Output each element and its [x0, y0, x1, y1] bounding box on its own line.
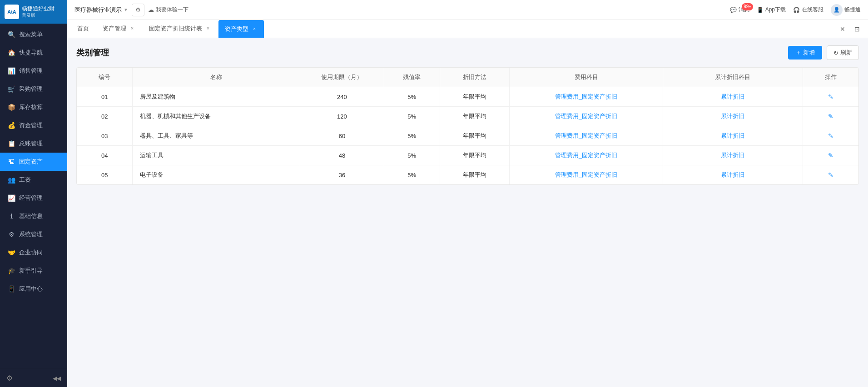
page-actions: ＋ 新增 ↻ 刷新 — [788, 45, 859, 60]
customer-service-button[interactable]: 🎧 在线客服 — [793, 6, 823, 14]
tabs-right-controls: ✕ ⊡ — [837, 20, 864, 38]
cell-accum-4: 累计折旧 — [663, 165, 803, 185]
collapse-icon[interactable]: ◀◀ — [53, 375, 61, 382]
sidebar-item-basic-info[interactable]: ℹ 基础信息 — [0, 207, 67, 225]
tab-depreciation-table-label: 固定资产折旧统计表 — [149, 25, 202, 33]
tab-maximize-button[interactable]: ⊡ — [852, 24, 863, 35]
sidebar-item-operations[interactable]: 📈 经营管理 — [0, 189, 67, 207]
cell-name-0: 房屋及建筑物 — [133, 87, 300, 107]
nav-label-capital: 资金管理 — [19, 121, 43, 129]
nav-label-enterprise: 企业协同 — [19, 248, 43, 257]
sidebar-nav: 🔍 搜索菜单 🏠 快捷导航 📊 销售管理 🛒 采购管理 📦 库存核算 💰 资金管… — [0, 24, 67, 369]
cell-method-2: 年限平均 — [440, 126, 510, 146]
sidebar-logo: AtA 畅捷通好业财 普及版 — [0, 0, 67, 24]
tab-asset-type-close[interactable]: × — [251, 26, 258, 32]
tab-asset-type[interactable]: 资产类型 × — [218, 20, 264, 38]
cell-method-0: 年限平均 — [440, 87, 510, 107]
new-button[interactable]: ＋ 新增 — [788, 46, 822, 60]
cell-accum-3: 累计折旧 — [663, 146, 803, 165]
tab-asset-mgmt[interactable]: 资产管理 × — [96, 20, 142, 38]
sidebar-item-payroll[interactable]: 👥 工资 — [0, 171, 67, 189]
sidebar-item-enterprise[interactable]: 🤝 企业协同 — [0, 243, 67, 262]
avatar-icon: 👤 — [833, 7, 840, 13]
cell-expense-0: 管理费用_固定资产折旧 — [510, 87, 663, 107]
user-menu[interactable]: 👤 畅捷通 — [831, 4, 861, 16]
page-content: 类别管理 ＋ 新增 ↻ 刷新 编号 名称 使用期限（月） — [67, 38, 868, 387]
cell-period-2: 60 — [300, 126, 384, 146]
cell-action-2[interactable]: ✎ — [803, 126, 858, 146]
tab-depreciation-close[interactable]: × — [205, 25, 211, 32]
app-download-button[interactable]: 📱 App下载 — [757, 6, 786, 14]
nav-icon-sales: 📊 — [7, 67, 15, 75]
edit-icon-2[interactable]: ✎ — [828, 132, 833, 139]
asset-type-table: 编号 名称 使用期限（月） 残值率 折旧方法 费用科目 累计折旧科目 操作 01… — [77, 68, 858, 184]
nav-label-sales: 销售管理 — [19, 67, 43, 75]
tab-asset-type-label: 资产类型 — [225, 25, 248, 33]
nav-label-guide: 新手引导 — [19, 267, 43, 275]
cell-action-0[interactable]: ✎ — [803, 87, 858, 107]
settings-footer-icon[interactable]: ⚙ — [6, 374, 13, 382]
edit-icon-1[interactable]: ✎ — [828, 113, 833, 120]
table-row: 01 房屋及建筑物 240 5% 年限平均 管理费用_固定资产折旧 累计折旧 ✎ — [77, 87, 858, 107]
cell-code-3: 04 — [77, 146, 133, 165]
app-name: 畅捷通好业财 — [22, 5, 55, 13]
sidebar-item-guide[interactable]: 🎓 新手引导 — [0, 262, 67, 280]
tab-asset-mgmt-close[interactable]: × — [129, 25, 135, 32]
cell-residual-1: 5% — [384, 107, 440, 126]
nav-icon-ledger: 📋 — [7, 139, 15, 148]
cell-expense-1: 管理费用_固定资产折旧 — [510, 107, 663, 126]
data-table: 编号 名称 使用期限（月） 残值率 折旧方法 费用科目 累计折旧科目 操作 01… — [76, 67, 859, 185]
cell-period-4: 36 — [300, 165, 384, 185]
bell-icon: 💬 — [730, 7, 737, 13]
sidebar-item-sales[interactable]: 📊 销售管理 — [0, 62, 67, 80]
edit-icon-0[interactable]: ✎ — [828, 93, 833, 100]
main-area: 医疗器械行业演示 ▼ ⚙ ☁ 我要体验一下 💬 消息 99+ 📱 App下载 — [67, 0, 868, 387]
col-header-method: 折旧方法 — [440, 68, 510, 87]
nav-label-payroll: 工资 — [19, 176, 31, 184]
table-row: 02 机器、机械和其他生产设备 120 5% 年限平均 管理费用_固定资产折旧 … — [77, 107, 858, 126]
cell-residual-2: 5% — [384, 126, 440, 146]
cell-name-2: 器具、工具、家具等 — [133, 126, 300, 146]
table-row: 03 器具、工具、家具等 60 5% 年限平均 管理费用_固定资产折旧 累计折旧… — [77, 126, 858, 146]
sidebar-item-app-center[interactable]: 📱 应用中心 — [0, 280, 67, 298]
cell-expense-2: 管理费用_固定资产折旧 — [510, 126, 663, 146]
topbar-settings-button[interactable]: ⚙ — [132, 4, 144, 16]
notifications-button[interactable]: 💬 消息 99+ — [730, 6, 749, 14]
sidebar-item-search[interactable]: 🔍 搜索菜单 — [0, 25, 67, 44]
cell-name-4: 电子设备 — [133, 165, 300, 185]
app-logo-icon: AtA — [5, 5, 19, 19]
edit-icon-3[interactable]: ✎ — [828, 152, 833, 159]
app-edition: 普及版 — [22, 12, 55, 18]
nav-icon-search: 🔍 — [7, 30, 15, 39]
tab-home[interactable]: 首页 — [71, 20, 95, 38]
settings-icon: ⚙ — [135, 6, 141, 13]
tab-close-window-button[interactable]: ✕ — [837, 24, 848, 35]
nav-icon-basic-info: ℹ — [7, 212, 15, 220]
cell-action-4[interactable]: ✎ — [803, 165, 858, 185]
sidebar: AtA 畅捷通好业财 普及版 🔍 搜索菜单 🏠 快捷导航 📊 销售管理 🛒 采购… — [0, 0, 67, 387]
refresh-button[interactable]: ↻ 刷新 — [827, 45, 859, 60]
cell-name-3: 运输工具 — [133, 146, 300, 165]
sidebar-item-inventory[interactable]: 📦 库存核算 — [0, 98, 67, 116]
sidebar-item-ledger[interactable]: 📋 总账管理 — [0, 134, 67, 153]
experience-button[interactable]: ☁ 我要体验一下 — [148, 6, 188, 14]
sidebar-item-purchase[interactable]: 🛒 采购管理 — [0, 80, 67, 98]
cell-action-1[interactable]: ✎ — [803, 107, 858, 126]
col-header-period: 使用期限（月） — [300, 68, 384, 87]
sidebar-item-quick-nav[interactable]: 🏠 快捷导航 — [0, 44, 67, 62]
user-avatar: 👤 — [831, 4, 843, 16]
company-selector[interactable]: 医疗器械行业演示 ▼ — [74, 6, 128, 14]
cell-residual-3: 5% — [384, 146, 440, 165]
cell-expense-4: 管理费用_固定资产折旧 — [510, 165, 663, 185]
cell-period-0: 240 — [300, 87, 384, 107]
app-name-container: 畅捷通好业财 普及版 — [22, 5, 55, 19]
cell-expense-3: 管理费用_固定资产折旧 — [510, 146, 663, 165]
sidebar-item-capital[interactable]: 💰 资金管理 — [0, 116, 67, 134]
nav-label-app-center: 应用中心 — [19, 285, 43, 293]
tab-depreciation-table[interactable]: 固定资产折旧统计表 × — [143, 20, 218, 38]
cell-action-3[interactable]: ✎ — [803, 146, 858, 165]
sidebar-item-system[interactable]: ⚙ 系统管理 — [0, 225, 67, 243]
sidebar-item-fixed-assets[interactable]: 🏗 固定资产 — [0, 153, 67, 171]
edit-icon-4[interactable]: ✎ — [828, 171, 833, 179]
refresh-button-label: 刷新 — [840, 49, 852, 57]
